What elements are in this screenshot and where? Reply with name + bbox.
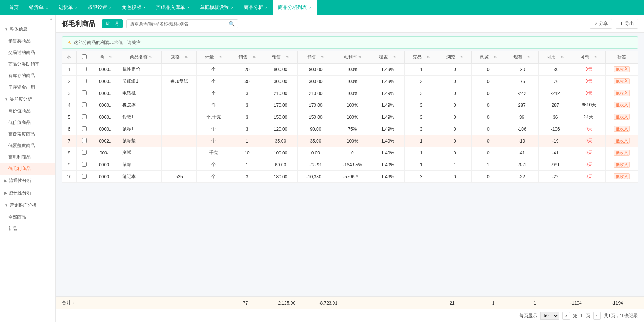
col-name[interactable]: 商品名称 ⇅ bbox=[120, 51, 162, 64]
export-icon: ⬆ bbox=[620, 21, 624, 26]
time-filter-button[interactable]: 近一月 bbox=[102, 19, 123, 28]
search-input[interactable] bbox=[130, 21, 228, 26]
prev-page-button[interactable]: ‹ bbox=[562, 312, 570, 320]
row-sales-amt: 120.00 bbox=[264, 123, 297, 135]
sidebar-item-low-margin[interactable]: 低毛利商品 bbox=[0, 163, 55, 175]
row-saleable-stock: 0天 bbox=[572, 64, 606, 76]
col-tag[interactable]: 标签 bbox=[606, 51, 638, 64]
col-view1[interactable]: 浏览... ⇅ bbox=[438, 51, 471, 64]
col-available-stock[interactable]: 可用... ⇅ bbox=[539, 51, 572, 64]
row-checkbox[interactable] bbox=[77, 99, 92, 111]
sidebar-group-liquidity[interactable]: ▶ 流通性分析 bbox=[0, 175, 55, 187]
col-spec[interactable]: 规格... ⇅ bbox=[162, 51, 197, 64]
row-checkbox[interactable] bbox=[77, 76, 92, 87]
close-icon[interactable]: × bbox=[144, 6, 146, 10]
per-page-select[interactable]: 50 100 200 bbox=[540, 312, 559, 320]
sidebar-item-category-rate[interactable]: 商品分类助销率 bbox=[0, 58, 55, 70]
row-select-checkbox[interactable] bbox=[82, 162, 87, 167]
search-icon[interactable]: 🔍 bbox=[228, 21, 235, 27]
row-coverage: 1.49% bbox=[371, 64, 404, 76]
row-sales-profit: 300.00 bbox=[297, 76, 334, 87]
sidebar-item-low-coverage[interactable]: 低覆盖度商品 bbox=[0, 140, 55, 152]
nav-template-settings[interactable]: 单据模板设置 × bbox=[195, 0, 238, 15]
close-icon[interactable]: × bbox=[231, 6, 233, 10]
col-coverage[interactable]: 覆盖... ⇅ bbox=[371, 51, 404, 64]
close-icon[interactable]: × bbox=[75, 6, 77, 10]
sidebar-item-traded-products[interactable]: 交易过的商品 bbox=[0, 47, 55, 58]
sidebar-group-overall[interactable]: ▼ 整体信息 bbox=[0, 23, 55, 35]
col-sales-amt[interactable]: 销售... ⇅ bbox=[264, 51, 297, 64]
row-checkbox[interactable] bbox=[77, 123, 92, 135]
row-view1[interactable]: 1 bbox=[438, 159, 471, 171]
sidebar-item-sales-products[interactable]: 销售类商品 bbox=[0, 35, 55, 47]
col-saleable-stock[interactable]: 可销... ⇅ bbox=[572, 51, 606, 64]
sidebar-item-inventory-capital[interactable]: 库存资金占用 bbox=[0, 82, 55, 93]
footer-spacer4 bbox=[349, 300, 390, 306]
close-icon[interactable]: × bbox=[309, 6, 311, 10]
sidebar-item-all-products[interactable]: 全部商品 bbox=[0, 211, 55, 223]
view1-link[interactable]: 1 bbox=[454, 162, 456, 168]
next-page-button[interactable]: › bbox=[593, 312, 601, 320]
sidebar-item-new-products[interactable]: 新品 bbox=[0, 223, 55, 235]
row-select-checkbox[interactable] bbox=[82, 102, 87, 107]
sidebar-group-growth[interactable]: ▶ 成长性分析 bbox=[0, 187, 55, 199]
row-select-checkbox[interactable] bbox=[82, 126, 87, 131]
close-icon[interactable]: × bbox=[109, 6, 112, 10]
sidebar-item-high-margin[interactable]: 高毛利商品 bbox=[0, 152, 55, 163]
row-current-stock: -242 bbox=[505, 87, 538, 99]
row-select-checkbox[interactable] bbox=[82, 174, 87, 179]
nav-home[interactable]: 首页 bbox=[4, 0, 24, 15]
col-view2[interactable]: 浏览... ⇅ bbox=[471, 51, 505, 64]
row-select-checkbox[interactable] bbox=[82, 67, 87, 71]
nav-role-auth[interactable]: 角色授权 × bbox=[117, 0, 151, 15]
row-checkbox[interactable] bbox=[77, 171, 92, 183]
row-spec: 参加复试 bbox=[162, 76, 197, 87]
row-select-checkbox[interactable] bbox=[82, 79, 87, 83]
row-checkbox[interactable] bbox=[77, 87, 92, 99]
row-select-checkbox[interactable] bbox=[82, 90, 87, 95]
sort-icon: ⇅ bbox=[286, 55, 289, 59]
nav-product-analysis-list[interactable]: 商品分析列表 × bbox=[273, 0, 317, 15]
close-icon[interactable]: × bbox=[46, 6, 48, 10]
row-select-checkbox[interactable] bbox=[82, 138, 87, 143]
sidebar-item-high-coverage[interactable]: 高覆盖度商品 bbox=[0, 128, 55, 140]
col-sales-qty[interactable]: 销售... ⇅ bbox=[230, 51, 264, 64]
col-trade-count[interactable]: 交易... ⇅ bbox=[404, 51, 438, 64]
col-settings[interactable]: ⚙ bbox=[62, 51, 77, 64]
col-current-stock[interactable]: 现有... ⇅ bbox=[505, 51, 538, 64]
nav-product-analysis[interactable]: 商品分析 × bbox=[238, 0, 273, 15]
sidebar-group-marketing[interactable]: ▼ 营销推广分析 bbox=[0, 199, 55, 211]
row-coverage: 1.49% bbox=[371, 123, 404, 135]
sidebar-group-cluster[interactable]: ▼ 类群度分析 bbox=[0, 93, 55, 105]
row-checkbox[interactable] bbox=[77, 64, 92, 76]
col-sales-profit[interactable]: 销售... ⇅ bbox=[297, 51, 334, 64]
col-gross-margin[interactable]: 毛利率 ⇅ bbox=[334, 51, 371, 64]
select-all-checkbox[interactable] bbox=[82, 54, 87, 59]
nav-sales-order[interactable]: 销货单 × bbox=[24, 0, 53, 15]
row-checkbox[interactable] bbox=[77, 147, 92, 159]
row-select-checkbox[interactable] bbox=[82, 114, 87, 119]
footer-spacer bbox=[86, 300, 142, 306]
row-checkbox[interactable] bbox=[77, 159, 92, 171]
row-checkbox[interactable] bbox=[77, 111, 92, 123]
row-sales-qty: 1 bbox=[230, 135, 264, 147]
col-checkbox[interactable] bbox=[77, 51, 92, 64]
close-icon[interactable]: × bbox=[265, 6, 267, 10]
nav-product-entry[interactable]: 产成品入库单 × bbox=[151, 0, 195, 15]
nav-purchase-order[interactable]: 进货单 × bbox=[53, 0, 83, 15]
sidebar-item-low-value[interactable]: 低价值商品 bbox=[0, 117, 55, 128]
row-current-stock: -981 bbox=[505, 159, 538, 171]
sidebar-item-high-value[interactable]: 高价值商品 bbox=[0, 105, 55, 117]
col-unit[interactable]: 计量... ⇅ bbox=[197, 51, 230, 64]
sidebar-collapse-button[interactable]: « bbox=[0, 15, 55, 23]
row-checkbox[interactable] bbox=[77, 135, 92, 147]
export-button[interactable]: ⬆ 导出 bbox=[616, 19, 638, 29]
row-select-checkbox[interactable] bbox=[82, 150, 87, 155]
nav-permission[interactable]: 权限设置 × bbox=[83, 0, 117, 15]
col-code[interactable]: 商... ⇅ bbox=[92, 51, 120, 64]
close-icon[interactable]: × bbox=[187, 6, 189, 10]
sort-icon: ⇅ bbox=[527, 55, 530, 59]
share-button[interactable]: ↗ 分享 bbox=[590, 19, 612, 29]
row-name: 鼠标 bbox=[120, 159, 162, 171]
sidebar-item-stocked-products[interactable]: 有库存的商品 bbox=[0, 70, 55, 82]
